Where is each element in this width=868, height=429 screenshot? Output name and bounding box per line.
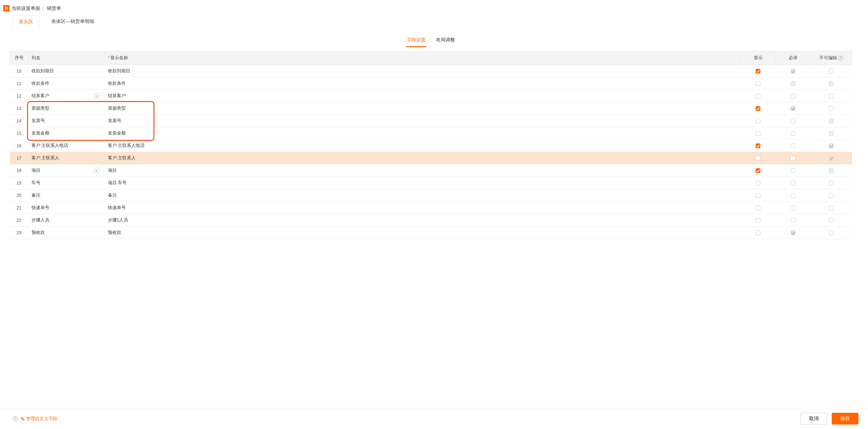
row-column-name: 结算客户+ — [28, 90, 105, 102]
row-display-name[interactable]: 项目.车号 — [105, 177, 741, 189]
locked-checkbox[interactable] — [829, 193, 834, 198]
row-display-name[interactable]: 发票号 — [105, 115, 741, 127]
locked-checkbox[interactable] — [829, 106, 834, 111]
expand-panel-icon[interactable] — [3, 5, 9, 11]
table-row: 17客户.主联系人客户.主联系人 — [10, 152, 852, 165]
show-checkbox[interactable] — [755, 181, 761, 185]
table-row: 19车号项目.车号 — [10, 177, 852, 189]
col-seq-header: 序号 — [10, 51, 28, 65]
current-doc-name: 销货单 — [47, 5, 61, 11]
required-checkbox[interactable] — [790, 206, 796, 210]
col-show-header: 显示 — [741, 51, 776, 65]
show-checkbox[interactable] — [755, 69, 761, 74]
row-seq: 12 — [10, 90, 28, 102]
locked-checkbox[interactable] — [829, 94, 834, 98]
row-display-name[interactable]: 收款到期日 — [105, 65, 741, 78]
sub-tab[interactable]: 布局调整 — [435, 35, 456, 47]
row-seq: 13 — [10, 102, 28, 115]
col-display-header: *显示名称 — [105, 51, 741, 65]
col-name-header: 列名 — [28, 51, 105, 65]
locked-checkbox[interactable] — [829, 206, 834, 210]
required-checkbox[interactable] — [790, 156, 796, 161]
required-checkbox[interactable] — [790, 119, 796, 123]
table-row: 18项目+项目 — [10, 165, 852, 177]
required-checkbox — [790, 106, 796, 111]
add-icon[interactable]: + — [94, 168, 100, 173]
row-seq: 22 — [10, 214, 28, 227]
row-display-name[interactable]: 结算客户 — [105, 90, 741, 102]
row-display-name[interactable]: 项目 — [105, 165, 741, 177]
locked-checkbox[interactable] — [829, 218, 834, 223]
required-checkbox[interactable] — [790, 94, 796, 98]
show-checkbox[interactable] — [755, 119, 761, 123]
current-doc-label: 当前设置单据： — [11, 5, 45, 11]
main-tabs: 表头区表体区—销货单明细 — [3, 15, 859, 29]
locked-checkbox — [829, 81, 834, 86]
show-checkbox[interactable] — [755, 193, 761, 198]
row-seq: 23 — [10, 227, 28, 239]
row-display-name[interactable]: 收款条件 — [105, 78, 741, 90]
sub-tabs: 字段设置布局调整 — [3, 35, 859, 47]
table-row: 16客户.主联系人电话客户.主联系人电话 — [10, 140, 852, 152]
show-checkbox[interactable] — [755, 131, 761, 136]
locked-checkbox — [829, 119, 834, 123]
row-column-name: 预收款 — [28, 227, 105, 239]
row-seq: 17 — [10, 152, 28, 165]
row-seq: 16 — [10, 140, 28, 152]
required-checkbox[interactable] — [790, 168, 796, 173]
required-checkbox[interactable] — [790, 131, 796, 136]
required-checkbox — [790, 230, 796, 235]
table-row: 13票据类型票据类型 — [10, 102, 852, 115]
show-checkbox[interactable] — [755, 106, 761, 111]
row-display-name[interactable]: 客户.主联系人 — [105, 152, 741, 165]
required-checkbox[interactable] — [790, 218, 796, 223]
locked-checkbox[interactable] — [829, 181, 834, 185]
show-checkbox[interactable] — [755, 81, 761, 86]
row-display-name[interactable]: 预收款 — [105, 227, 741, 239]
row-display-name[interactable]: 发票金额 — [105, 127, 741, 140]
row-seq: 21 — [10, 202, 28, 214]
tab-main[interactable]: 表头区 — [13, 15, 39, 28]
show-checkbox[interactable] — [755, 230, 761, 235]
row-display-name[interactable]: 备注 — [105, 189, 741, 202]
row-column-name: 客户.主联系人 — [28, 152, 105, 165]
table-row: 12结算客户+结算客户 — [10, 90, 852, 102]
locked-checkbox[interactable] — [829, 230, 834, 235]
row-seq: 18 — [10, 165, 28, 177]
row-display-name[interactable]: 步骤1人员 — [105, 214, 741, 227]
table-row: 22步骤人员步骤1人员 — [10, 214, 852, 227]
row-display-name[interactable]: 客户.主联系人电话 — [105, 140, 741, 152]
show-checkbox[interactable] — [755, 94, 761, 98]
row-seq: 19 — [10, 177, 28, 189]
row-column-name: 项目+ — [28, 165, 105, 177]
show-checkbox[interactable] — [755, 206, 761, 210]
col-locked-header: 不可编辑? — [811, 51, 852, 65]
help-icon[interactable]: ? — [838, 56, 843, 61]
row-display-name[interactable]: 快递单号 — [105, 202, 741, 214]
row-seq: 10 — [10, 65, 28, 78]
required-checkbox[interactable] — [790, 193, 796, 198]
table-row: 23预收款预收款 — [10, 227, 852, 239]
show-checkbox[interactable] — [755, 156, 761, 161]
field-settings-table: 序号 列名 *显示名称 显示 必录 不可编辑? 10收款到期日收款到期日11收款… — [9, 51, 852, 239]
row-column-name: 客户.主联系人电话 — [28, 140, 105, 152]
add-icon[interactable]: + — [94, 93, 100, 99]
locked-checkbox — [829, 168, 834, 173]
required-checkbox[interactable] — [790, 143, 796, 148]
table-row: 10收款到期日收款到期日 — [10, 65, 852, 78]
row-column-name: 步骤人员 — [28, 214, 105, 227]
table-row: 20备注备注 — [10, 189, 852, 202]
row-display-name[interactable]: 票据类型 — [105, 102, 741, 115]
locked-checkbox[interactable] — [829, 69, 834, 74]
row-column-name: 快递单号 — [28, 202, 105, 214]
sub-tab[interactable]: 字段设置 — [406, 35, 426, 47]
show-checkbox[interactable] — [755, 143, 761, 148]
show-checkbox[interactable] — [755, 168, 761, 173]
tab-main[interactable]: 表体区—销货单明细 — [45, 15, 100, 28]
show-checkbox[interactable] — [755, 218, 761, 223]
required-checkbox[interactable] — [790, 181, 796, 185]
row-column-name: 发票号 — [28, 115, 105, 127]
row-seq: 20 — [10, 189, 28, 202]
row-column-name: 收款到期日 — [28, 65, 105, 78]
required-star-icon: * — [108, 55, 110, 60]
